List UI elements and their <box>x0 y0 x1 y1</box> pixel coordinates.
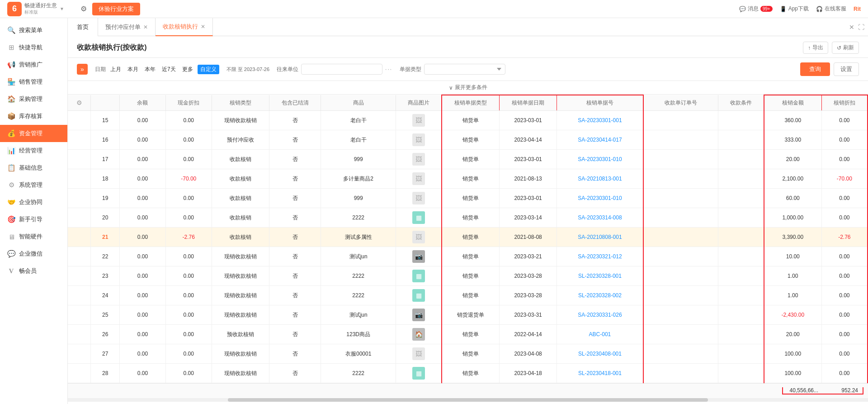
maximize-window-icon[interactable]: ⛶ <box>858 24 864 31</box>
sidebar-item-finance[interactable]: 💰 资金管理 <box>0 125 67 142</box>
tab-receipt-close[interactable]: ✕ <box>201 24 205 29</box>
cell-receipt-condition <box>718 189 764 208</box>
verify-bill-no-link[interactable]: SA-20230321-012 <box>578 253 622 260</box>
settings-button[interactable]: 设置 <box>834 62 859 76</box>
date-this-month[interactable]: 本月 <box>126 65 140 74</box>
horizontal-scrollbar[interactable] <box>68 398 868 402</box>
col-header-settings[interactable]: ⚙ <box>68 95 91 111</box>
cell-rownum: 19 <box>91 189 120 208</box>
cell-verify-discount: 0.00 <box>821 344 868 364</box>
cell-verify-bill-no: SA-20210808-001 <box>557 228 643 247</box>
date-this-year[interactable]: 本年 <box>143 65 157 74</box>
date-more[interactable]: 更多 <box>180 65 195 74</box>
tab-prepay[interactable]: 预付冲应付单 ✕ <box>98 18 156 36</box>
verify-bill-no-link[interactable]: SA-20230301-001 <box>578 117 622 124</box>
cell-verify-bill-type: 销货单 <box>442 130 499 150</box>
sidebar-item-business[interactable]: 📊 经营管理 <box>0 142 67 159</box>
table-row: 22 0.00 0.00 现销收款核销 否 测试jun 📷 销货单 2023-0… <box>68 247 868 266</box>
cell-product-image: 📷 <box>396 305 442 325</box>
verify-bill-no-link[interactable]: SL-20230418-001 <box>578 370 622 376</box>
cell-receipt-condition <box>718 169 764 189</box>
cell-receipt-order-no <box>643 344 718 364</box>
tab-home[interactable]: 首页 <box>68 18 98 36</box>
tab-receipt[interactable]: 收款核销执行 ✕ <box>156 18 213 36</box>
tab-prepay-close[interactable]: ✕ <box>143 24 148 30</box>
verify-bill-no-link[interactable]: ABC-001 <box>589 331 611 337</box>
close-window-icon[interactable]: ✕ <box>849 24 854 31</box>
table-row: 24 0.00 0.00 现销收款核销 否 2222 ▦ 销货单 2023-03… <box>68 286 868 305</box>
cell-receipt-order-no <box>643 150 718 169</box>
expand-more-bar[interactable]: ∨ 展开更多条件 <box>68 81 868 95</box>
cell-verify-discount: 0.00 <box>821 150 868 169</box>
verify-bill-no-link[interactable]: SA-20230301-010 <box>578 156 622 162</box>
verify-bill-no-link[interactable]: SA-20230414-017 <box>578 137 622 143</box>
verify-bill-no-link[interactable]: SA-20230301-010 <box>578 195 622 201</box>
verify-bill-no-link[interactable]: SA-20210813-001 <box>578 176 622 182</box>
export-button[interactable]: ↑ 导出 <box>803 42 828 54</box>
sidebar-item-corp[interactable]: 🤝 企业协同 <box>0 194 67 211</box>
sidebar-item-nav[interactable]: ⊞ 快捷导航 <box>0 39 67 56</box>
cell-receipt-condition <box>718 364 764 383</box>
partner-filter-input[interactable] <box>301 64 382 75</box>
verify-bill-no-link[interactable]: SL-20230408-001 <box>578 351 622 357</box>
cell-receipt-condition <box>718 247 764 266</box>
sidebar-item-basic[interactable]: 📋 基础信息 <box>0 159 67 176</box>
sidebar-item-guide[interactable]: 🎯 新手引导 <box>0 211 67 228</box>
verify-bill-no-link[interactable]: SA-20230331-026 <box>578 312 622 318</box>
filter-expand-button[interactable]: » <box>77 64 88 75</box>
cell-balance: 0.00 <box>120 228 166 247</box>
tab-bar: 首页 预付冲应付单 ✕ 收款核销执行 ✕ ✕ ⛶ <box>68 18 868 36</box>
col-header-receipt-condition: 收款条件 <box>718 95 764 111</box>
cell-verify-bill-date: 2023-03-01 <box>499 150 557 169</box>
date-custom[interactable]: 自定义 <box>198 65 219 74</box>
chevron-down-icon[interactable]: ▼ <box>60 6 64 11</box>
sidebar-item-system[interactable]: ⚙ 系统管理 <box>0 176 67 194</box>
cell-receipt-order-no <box>643 189 718 208</box>
sidebar-item-hardware[interactable]: 🖥 智能硬件 <box>0 228 67 245</box>
gear-icon[interactable]: ⚙ <box>80 5 87 13</box>
cell-receipt-condition <box>718 305 764 325</box>
col-header-verify-bill-no: 核销单据号 <box>557 95 643 111</box>
user-avatar[interactable]: Rit <box>854 6 861 12</box>
online-service-action[interactable]: 🎧 在线客服 <box>816 5 846 13</box>
cell-verify-bill-type: 销货单 <box>442 169 499 189</box>
cell-settings <box>68 111 91 130</box>
top-actions: 💬 消息 99+ 📱 App下载 🎧 在线客服 Rit <box>739 5 861 13</box>
brand-name: 畅捷通好生意 <box>24 2 57 9</box>
cell-verify-bill-type: 销货单 <box>442 150 499 169</box>
date-range-display: 不限 至 2023-07-26 <box>226 66 269 73</box>
cell-cash-discount: 0.00 <box>165 247 212 266</box>
date-7days[interactable]: 近7天 <box>160 65 178 74</box>
voucher-type-select[interactable] <box>424 64 505 75</box>
sidebar-item-vip[interactable]: V 畅会员 <box>0 262 67 280</box>
verify-bill-no-link[interactable]: SL-20230328-002 <box>578 292 622 299</box>
verify-bill-no-link[interactable]: SA-20230314-008 <box>578 214 622 221</box>
scrollbar-thumb[interactable] <box>228 398 708 402</box>
sidebar-item-inventory[interactable]: 📦 库存核算 <box>0 108 67 125</box>
date-last-month[interactable]: 上月 <box>108 65 123 74</box>
message-action[interactable]: 💬 消息 99+ <box>739 5 773 13</box>
table-row: 27 0.00 0.00 现销收款核销 否 衣服00001 🖼 销货单 2023… <box>68 344 868 364</box>
hardware-icon: 🖥 <box>7 233 15 241</box>
cell-include-cleared: 否 <box>269 266 321 286</box>
sidebar-item-search[interactable]: 🔍 搜索菜单 <box>0 22 67 39</box>
brand-info: 畅捷通好生意 标准版 <box>24 2 57 15</box>
query-button[interactable]: 查询 <box>800 62 830 76</box>
verify-bill-no-link[interactable]: SL-20230328-001 <box>578 273 622 279</box>
industry-btn[interactable]: 休验行业方案 <box>92 3 140 15</box>
sidebar-item-marketing[interactable]: 📢 营销推广 <box>0 56 67 73</box>
app-download-action[interactable]: 📱 App下载 <box>780 5 809 13</box>
refresh-button[interactable]: ↺ 刷新 <box>832 42 859 54</box>
headset-icon: 🎧 <box>816 6 823 12</box>
sidebar-item-wechat[interactable]: 💬 企业微信 <box>0 245 67 262</box>
verify-bill-no-link[interactable]: SA-20210808-001 <box>578 234 622 240</box>
sidebar-item-sales[interactable]: 🏪 销售管理 <box>0 73 67 90</box>
cell-product-image: 🖼 <box>396 344 442 364</box>
sidebar-item-purchase[interactable]: 🏠 采购管理 <box>0 90 67 108</box>
cell-settings <box>68 266 91 286</box>
sidebar-label-hardware: 智能硬件 <box>19 233 42 241</box>
cell-settings <box>68 228 91 247</box>
cell-verify-discount: 0.00 <box>821 266 868 286</box>
table-container[interactable]: ⚙ 余额 现金折扣 核销类型 包含已结清 商品 商品图片 核销单据类型 核销单据… <box>68 95 868 404</box>
cell-product: 2222 <box>321 266 396 286</box>
